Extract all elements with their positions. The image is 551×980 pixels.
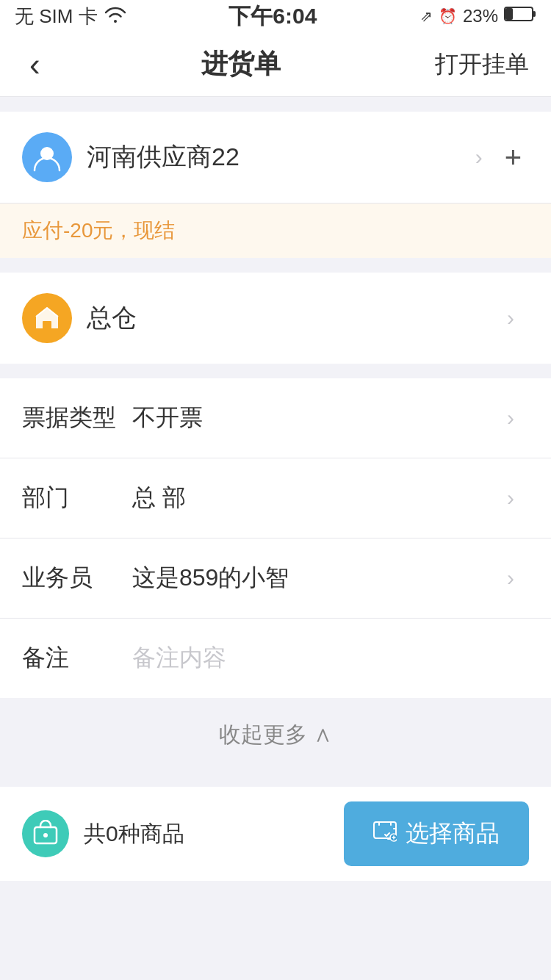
gap4 (0, 772, 551, 787)
nav-bar: ‹ 进货单 打开挂单 (0, 32, 551, 97)
page-background (0, 881, 551, 980)
dept-row[interactable]: 部门 总 部 › (0, 458, 551, 538)
invoice-chevron-icon: › (507, 406, 514, 430)
select-product-icon (373, 821, 397, 847)
product-icon (22, 810, 69, 857)
status-left: 无 SIM 卡 (15, 4, 126, 29)
svg-point-6 (43, 833, 48, 837)
location-icon: ⇗ (420, 7, 433, 25)
dept-label: 部门 (22, 482, 118, 514)
remark-row[interactable]: 备注 备注内容 (0, 619, 551, 698)
add-supplier-button[interactable]: + (497, 141, 529, 174)
invoice-value: 不开票 (118, 402, 507, 434)
warehouse-name: 总仓 (87, 301, 507, 335)
remark-input[interactable]: 备注内容 (118, 642, 529, 674)
sales-row[interactable]: 业务员 这是859的小智 › (0, 538, 551, 619)
invoice-label: 票据类型 (22, 402, 118, 434)
select-product-button[interactable]: 选择商品 (344, 801, 529, 866)
remark-label: 备注 (22, 642, 118, 674)
back-button[interactable]: ‹ (22, 39, 48, 90)
open-pending-button[interactable]: 打开挂单 (435, 48, 529, 81)
supplier-row: 河南供应商22 › + (0, 112, 551, 203)
supplier-avatar (22, 132, 72, 182)
dept-value: 总 部 (118, 482, 507, 514)
gap1 (0, 97, 551, 112)
supplier-name[interactable]: 河南供应商22 (87, 140, 475, 174)
gap2 (0, 258, 551, 273)
sales-chevron-icon: › (507, 566, 514, 591)
select-product-label: 选择商品 (406, 818, 500, 850)
warehouse-card: 总仓 › (0, 273, 551, 364)
sim-text: 无 SIM 卡 (15, 4, 98, 29)
collapse-label: 收起更多 ∧ (219, 722, 331, 746)
battery-percent: 23% (463, 6, 498, 26)
warehouse-icon (22, 293, 72, 343)
product-count: 共0种商品 (84, 819, 344, 849)
supplier-card: 河南供应商22 › + 应付-20元，现结 (0, 112, 551, 258)
page-title: 进货单 (201, 46, 281, 82)
supplier-chevron-icon: › (475, 145, 483, 170)
svg-rect-2 (505, 8, 513, 20)
gap3 (0, 364, 551, 378)
warehouse-chevron-icon: › (507, 306, 514, 331)
warehouse-row[interactable]: 总仓 › (0, 273, 551, 364)
dept-chevron-icon: › (507, 486, 514, 511)
status-time: 下午6:04 (228, 1, 317, 32)
invoice-row[interactable]: 票据类型 不开票 › (0, 378, 551, 458)
status-right: ⇗ ⏰ 23% (420, 6, 536, 26)
sales-value: 这是859的小智 (118, 562, 507, 594)
wifi-icon (105, 5, 126, 28)
svg-rect-4 (43, 321, 51, 331)
bottom-bar: 共0种商品 选择商品 (0, 787, 551, 881)
svg-rect-1 (533, 11, 536, 17)
collapse-bar[interactable]: 收起更多 ∧ (0, 698, 551, 772)
alarm-icon: ⏰ (439, 7, 457, 25)
supplier-notice: 应付-20元，现结 (0, 203, 551, 258)
form-card: 票据类型 不开票 › 部门 总 部 › 业务员 这是859的小智 › 备注 备注… (0, 378, 551, 698)
status-bar: 无 SIM 卡 下午6:04 ⇗ ⏰ 23% (0, 0, 551, 32)
battery-icon (504, 6, 536, 26)
sales-label: 业务员 (22, 562, 118, 594)
